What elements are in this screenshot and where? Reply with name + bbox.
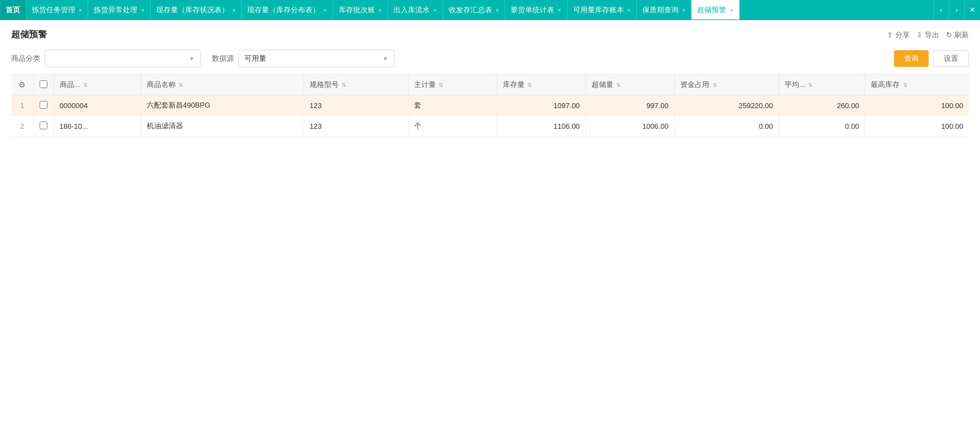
nav-tab-----[interactable]: 超储预警×	[691, 0, 739, 20]
th-avg[interactable]: 平均... ⇅	[779, 75, 865, 95]
row-capital-use-1: 259220.00	[674, 95, 779, 116]
row-unit-1: 套	[408, 95, 497, 116]
nav-close-arrow[interactable]: ✕	[964, 0, 980, 20]
nav-tab-------[interactable]: 拣货任务管理×	[26, 0, 88, 20]
row-stock-2: 1106.00	[497, 116, 585, 137]
category-label: 商品分类	[11, 54, 40, 64]
tab-close-icon[interactable]: ×	[627, 7, 631, 13]
nav-tabs: 拣货任务管理×拣货异常处理×现存量（库存状况表）×现存量（库存分布表）×库存批次…	[26, 0, 933, 20]
row-spec-2: 123	[304, 116, 408, 137]
th-stock[interactable]: 库存量 ⇅	[497, 75, 585, 95]
data-table: ⚙ 商品... ⇅ 商品名称 ⇅ 规格型号 ⇅	[11, 75, 969, 137]
nav-tab-------[interactable]: 收发存汇总表×	[443, 0, 505, 20]
nav-home[interactable]: 首页	[0, 0, 26, 20]
datasource-label: 数据源	[212, 54, 234, 64]
page-title: 超储预警	[11, 29, 47, 41]
th-unit[interactable]: 主计量 ⇅	[408, 75, 497, 95]
tab-close-icon[interactable]: ×	[378, 7, 382, 13]
tab-close-icon[interactable]: ×	[729, 7, 733, 13]
tab-close-icon[interactable]: ×	[79, 7, 82, 13]
th-over-stock-label: 超储量	[592, 80, 613, 89]
nav-tab------[interactable]: 库存批次账×	[333, 0, 388, 20]
nav-tab-------[interactable]: 拣货异常处理×	[88, 0, 150, 20]
tab-close-icon[interactable]: ×	[496, 7, 499, 13]
category-select[interactable]: ▼	[45, 50, 201, 67]
sort-spec-icon: ⇅	[342, 82, 346, 88]
row-num-1: 1	[11, 95, 33, 116]
row-product-code-1: 0000004	[54, 95, 141, 116]
th-max-stock[interactable]: 最高库存 ⇅	[865, 75, 969, 95]
datasource-select-value: 可用量	[244, 54, 266, 64]
nav-bar: 首页 拣货任务管理×拣货异常处理×现存量（库存状况表）×现存量（库存分布表）×库…	[0, 0, 980, 20]
filter-buttons: 查询 设置	[894, 50, 969, 67]
query-button[interactable]: 查询	[894, 50, 929, 67]
row-over-stock-2: 1006.00	[585, 116, 674, 137]
datasource-filter-group: 数据源 可用量 ▼	[212, 50, 395, 67]
th-unit-label: 主计量	[414, 80, 436, 89]
th-avg-label: 平均...	[785, 80, 805, 89]
tab-close-icon[interactable]: ×	[682, 7, 685, 13]
filter-row: 商品分类 ▼ 数据源 可用量 ▼ 查询 设置	[11, 50, 969, 67]
category-filter-group: 商品分类 ▼	[11, 50, 201, 67]
sort-avg-icon: ⇅	[808, 82, 813, 88]
nav-tab-----------[interactable]: 现存量（库存分布表）×	[242, 0, 333, 20]
nav-tab------[interactable]: 出入库流水×	[388, 0, 443, 20]
th-spec-label: 规格型号	[310, 80, 339, 89]
header-actions: ⇧ 分享 ⇩ 导出 ↻ 刷新	[887, 30, 969, 40]
row-avg-1: 260.00	[779, 95, 865, 116]
nav-tab--------[interactable]: 可用量库存账本×	[568, 0, 637, 20]
share-button[interactable]: ⇧ 分享	[887, 30, 910, 40]
tab-close-icon[interactable]: ×	[433, 7, 436, 13]
sort-capital-use-icon: ⇅	[713, 82, 717, 88]
category-chevron-icon: ▼	[189, 55, 195, 62]
row-select-checkbox-2[interactable]	[40, 122, 47, 129]
table-container: ⚙ 商品... ⇅ 商品名称 ⇅ 规格型号 ⇅	[11, 74, 969, 137]
row-stock-1: 1097.00	[497, 95, 585, 116]
select-all-checkbox[interactable]	[40, 80, 47, 88]
row-checkbox-1[interactable]	[33, 95, 54, 116]
row-product-code-2: 186-10...	[54, 116, 141, 137]
th-product-name-label: 商品名称	[147, 80, 176, 89]
tab-close-icon[interactable]: ×	[323, 7, 326, 13]
th-product-name[interactable]: 商品名称 ⇅	[141, 75, 304, 95]
th-max-stock-label: 最高库存	[871, 80, 900, 89]
th-checkbox[interactable]	[33, 75, 54, 95]
tab-close-icon[interactable]: ×	[558, 7, 561, 13]
row-capital-use-2: 0.00	[674, 116, 779, 137]
th-capital-use[interactable]: 资金占用 ⇅	[674, 75, 779, 95]
nav-tab------[interactable]: 保质期查询×	[637, 0, 691, 20]
tab-close-icon[interactable]: ×	[232, 7, 236, 13]
row-product-name-1: 六配套新昌490BPG	[141, 95, 304, 116]
row-num-2: 2	[11, 116, 33, 137]
tab-close-icon[interactable]: ×	[141, 7, 144, 13]
sort-stock-icon: ⇅	[527, 82, 532, 88]
page-header: 超储预警 ⇧ 分享 ⇩ 导出 ↻ 刷新	[11, 29, 969, 41]
refresh-button[interactable]: ↻ 刷新	[946, 30, 969, 40]
table-row: 1 0000004 六配套新昌490BPG 123 套 1097.00 997.…	[11, 95, 969, 116]
sort-over-stock-icon: ⇅	[616, 82, 621, 88]
row-checkbox-2[interactable]	[33, 116, 54, 137]
table-body: 1 0000004 六配套新昌490BPG 123 套 1097.00 997.…	[11, 95, 969, 137]
row-select-checkbox-1[interactable]	[40, 101, 47, 109]
refresh-icon: ↻	[946, 31, 952, 39]
th-over-stock[interactable]: 超储量 ⇅	[585, 75, 674, 95]
th-product-code[interactable]: 商品... ⇅	[54, 75, 141, 95]
settings-button[interactable]: 设置	[933, 50, 969, 67]
th-spec[interactable]: 规格型号 ⇅	[304, 75, 408, 95]
export-button[interactable]: ⇩ 导出	[916, 30, 939, 40]
nav-next-arrow[interactable]: ›	[949, 0, 964, 20]
export-icon: ⇩	[916, 31, 923, 39]
nav-tab-----------[interactable]: 现存量（库存状况表）×	[151, 0, 242, 20]
sort-unit-icon: ⇅	[439, 82, 443, 88]
nav-tab-------[interactable]: 要货单统计表×	[505, 0, 567, 20]
datasource-chevron-icon: ▼	[382, 55, 388, 62]
row-product-name-2: 机油滤清器	[141, 116, 304, 137]
datasource-select[interactable]: 可用量 ▼	[238, 50, 395, 67]
table-header-row: ⚙ 商品... ⇅ 商品名称 ⇅ 规格型号 ⇅	[11, 75, 969, 95]
row-max-stock-1: 100.00	[865, 95, 969, 116]
th-capital-use-label: 资金占用	[680, 80, 709, 89]
main-content: 超储预警 ⇧ 分享 ⇩ 导出 ↻ 刷新 商品分类 ▼ 数据源	[0, 20, 980, 446]
nav-prev-arrow[interactable]: ‹	[933, 0, 949, 20]
th-settings[interactable]: ⚙	[11, 75, 33, 95]
row-spec-1: 123	[304, 95, 408, 116]
